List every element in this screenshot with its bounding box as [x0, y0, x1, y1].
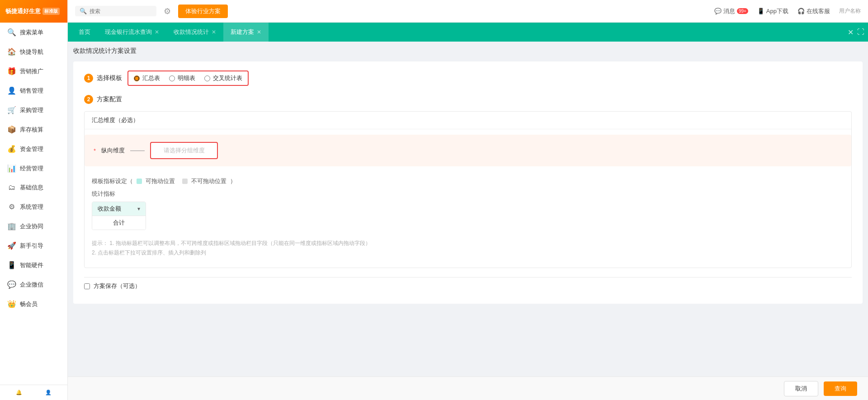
sidebar-item-guide[interactable]: 🚀新手引导	[0, 236, 67, 255]
metrics-table: 收款金额 ▾ 合计	[92, 202, 146, 230]
tab-label-bank-flow: 现金银行流水查询	[105, 28, 152, 36]
sidebar-label-sales: 销售管理	[20, 87, 43, 95]
sidebar-label-enterprise: 企业协同	[20, 222, 43, 231]
sidebar-label-wechat: 企业微信	[20, 281, 43, 289]
sidebar-label-inventory: 库存核算	[20, 126, 43, 134]
tab-close-bank-flow[interactable]: ✕	[155, 29, 159, 35]
radio-detail[interactable]: 明细表	[169, 74, 195, 82]
sidebar-label-member: 畅会员	[20, 300, 38, 308]
tabs-container: 首页现金银行流水查询✕收款情况统计✕新建方案✕	[71, 23, 269, 42]
sidebar-item-basic-info[interactable]: 🗂基础信息	[0, 178, 67, 197]
cancel-button[interactable]: 取消	[784, 381, 818, 396]
radio-detail-input[interactable]	[169, 75, 175, 81]
section-config: 2 方案配置 汇总维度（必选） * 纵向维度 ——	[84, 95, 852, 268]
vertical-dimension-label: 纵向维度	[101, 146, 125, 155]
config-panel: 汇总维度（必选） * 纵向维度 —— 请选择分组维度	[84, 111, 852, 268]
search-box[interactable]: 🔍	[75, 6, 156, 16]
dimension-select[interactable]: 请选择分组维度	[150, 142, 218, 159]
sidebar-icon-wechat: 💬	[7, 280, 16, 289]
sidebar-item-marketing[interactable]: 🎁营销推广	[0, 61, 67, 81]
section1-num: 1	[84, 74, 93, 83]
sidebar-icon-guide: 🚀	[7, 241, 16, 250]
sidebar-item-operation[interactable]: 📊经营管理	[0, 159, 67, 178]
service-button[interactable]: 🎧 在线客服	[797, 7, 830, 15]
main-content: 🔍 ⚙ 体验行业方案 💬 消息 99+ 📱 App下载 🎧 在线客服 用户名称 …	[68, 0, 868, 400]
radio-cross-label: 交叉统计表	[213, 74, 242, 82]
tab-bank-flow[interactable]: 现金银行流水查询✕	[98, 23, 166, 42]
metrics-section: 模板指标设定（ 可拖动位置 不可拖动位置 ） 统计指标 收款金额 ▾	[85, 172, 851, 268]
sidebar-item-wechat[interactable]: 💬企业微信	[0, 275, 67, 294]
service-label: 在线客服	[807, 7, 830, 15]
confirm-button[interactable]: 查询	[824, 381, 857, 396]
draggable-hint-label: 可拖动位置	[146, 177, 175, 185]
tab-label-new-plan: 新建方案	[231, 28, 254, 36]
sidebar-icon-finance: 💰	[7, 145, 16, 153]
trial-button[interactable]: 体验行业方案	[178, 5, 228, 18]
sidebar-bottom: 🔔 👤	[0, 385, 67, 400]
section-template: 1 选择模板 汇总表 明细表 交叉统计表	[84, 71, 852, 86]
radio-cross[interactable]: 交叉统计表	[204, 74, 242, 82]
tip-1: 提示： 1. 拖动标题栏可以调整布局，不可跨维度或指标区域拖动栏目字段（只能在同…	[92, 240, 844, 247]
sidebar-item-enterprise[interactable]: 🏢企业协同	[0, 216, 67, 236]
sidebar-item-member[interactable]: 👑畅会员	[0, 294, 67, 314]
sidebar-label-system: 系统管理	[20, 203, 43, 211]
username: 用户名称	[839, 7, 861, 15]
message-button[interactable]: 💬 消息 99+	[714, 7, 748, 15]
tab-close-receipt-stats[interactable]: ✕	[212, 29, 216, 35]
section2-num: 2	[84, 95, 93, 104]
radio-detail-label: 明细表	[178, 74, 195, 82]
draggable-hint-dot	[137, 179, 142, 184]
metrics-label-row: 模板指标设定（ 可拖动位置 不可拖动位置 ）	[92, 177, 844, 185]
close-tab-button[interactable]: ✕	[848, 28, 854, 37]
sidebar-icon-enterprise: 🏢	[7, 222, 16, 231]
radio-summary-input[interactable]	[134, 75, 140, 81]
radio-cross-input[interactable]	[204, 75, 210, 81]
dimension-header-label: 汇总维度（必选）	[92, 117, 139, 123]
sidebar-label-basic-info: 基础信息	[20, 184, 43, 192]
sidebar-item-sales[interactable]: 👤销售管理	[0, 81, 67, 100]
metrics-table-row: 合计	[92, 216, 146, 230]
sidebar-item-hardware[interactable]: 📱智能硬件	[0, 255, 67, 275]
logo-text: 畅捷通好生意	[5, 7, 41, 15]
save-checkbox[interactable]	[84, 283, 90, 289]
metrics-label-prefix: 模板指标设定（	[92, 177, 133, 185]
tab-home[interactable]: 首页	[71, 23, 98, 42]
sidebar-item-inventory[interactable]: 📦库存核算	[0, 120, 67, 139]
service-icon: 🎧	[797, 8, 805, 14]
tabbar: 首页现金银行流水查询✕收款情况统计✕新建方案✕ ✕ ⛶	[68, 23, 868, 42]
section2-header: 2 方案配置	[84, 95, 852, 104]
settings-icon[interactable]: ⚙	[164, 6, 171, 16]
sidebar-label-finance: 资金管理	[20, 145, 43, 153]
version-badge: 标准版	[42, 8, 60, 15]
fixed-hint-label: 不可拖动位置	[191, 177, 226, 185]
maximize-tab-button[interactable]: ⛶	[857, 28, 864, 36]
tab-receipt-stats[interactable]: 收款情况统计✕	[166, 23, 223, 42]
sidebar-item-quick-nav[interactable]: 🏠快捷导航	[0, 42, 67, 61]
sidebar-label-marketing: 营销推广	[20, 67, 43, 75]
sidebar-icon-quick-nav: 🏠	[7, 47, 16, 56]
sidebar-icon-hardware: 📱	[7, 261, 16, 269]
fixed-hint-dot	[182, 179, 188, 184]
metrics-dropdown-icon[interactable]: ▾	[137, 206, 140, 212]
sidebar-item-search-menu[interactable]: 🔍搜索菜单	[0, 23, 67, 42]
footer: 取消 查询	[68, 376, 868, 400]
metrics-label-suffix: ）	[230, 177, 236, 185]
topbar-right: 💬 消息 99+ 📱 App下载 🎧 在线客服 用户名称	[714, 7, 861, 15]
sidebar-label-operation: 经营管理	[20, 165, 43, 173]
sidebar-item-system[interactable]: ⚙系统管理	[0, 197, 67, 216]
sidebar-label-hardware: 智能硬件	[20, 261, 43, 269]
radio-summary[interactable]: 汇总表	[134, 74, 160, 82]
download-button[interactable]: 📱 App下载	[757, 7, 788, 15]
page-title: 收款情况统计方案设置	[73, 47, 863, 55]
sidebar-bottom-icon-1[interactable]: 🔔	[16, 390, 22, 395]
sidebar-icon-sales: 👤	[7, 86, 16, 95]
template-options-box: 汇总表 明细表 交叉统计表	[127, 71, 249, 86]
sidebar-item-finance[interactable]: 💰资金管理	[0, 139, 67, 159]
tab-new-plan[interactable]: 新建方案✕	[223, 23, 269, 42]
sidebar-item-purchase[interactable]: 🛒采购管理	[0, 100, 67, 120]
sidebar-icon-marketing: 🎁	[7, 67, 16, 75]
sidebar-bottom-icon-2[interactable]: 👤	[45, 390, 52, 395]
search-input[interactable]	[90, 8, 148, 14]
tab-close-new-plan[interactable]: ✕	[257, 29, 261, 35]
save-section: 方案保存（可选）	[84, 277, 852, 295]
